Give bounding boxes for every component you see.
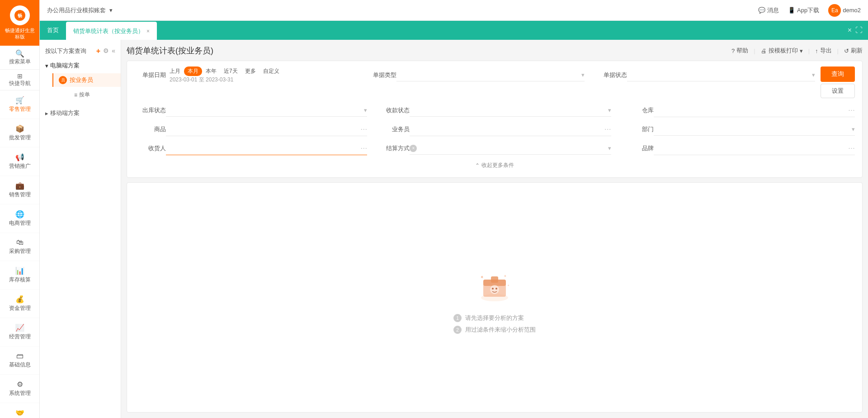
- consignee-input[interactable]: ···: [166, 142, 367, 155]
- product-input[interactable]: ···: [166, 123, 367, 136]
- date-opt-thisyear[interactable]: 本年: [202, 66, 220, 76]
- wholesale-icon: 📦: [2, 124, 38, 133]
- suite-dropdown[interactable]: ▾: [109, 7, 113, 14]
- collapse-filters-button[interactable]: ⌃ 收起更多条件: [134, 159, 855, 172]
- date-label: 单据日期: [134, 71, 166, 79]
- logo-text: 畅捷通好生意 标版: [5, 27, 35, 40]
- out-status-dropdown[interactable]: ▾: [166, 104, 367, 117]
- date-opt-lastmonth[interactable]: 上月: [166, 66, 184, 76]
- out-status-arrow: ▾: [364, 107, 367, 114]
- scheme-by-order[interactable]: ≡ 按单: [71, 89, 121, 101]
- message-button[interactable]: 💬 消息: [758, 6, 779, 14]
- user-menu[interactable]: Ea demo2: [828, 4, 861, 17]
- type-label: 单据类型: [365, 71, 396, 79]
- suite-title: 办公用品行业模拟账套: [47, 6, 106, 14]
- type-filter-item: 单据类型 ▾: [365, 69, 585, 81]
- search-label: 搜索菜单: [0, 58, 39, 66]
- date-opt-more[interactable]: 更多: [241, 66, 259, 76]
- salesperson-item: 业务员 ···: [378, 123, 611, 136]
- filter-row4: 收货人 ··· 结算方式 × ▾ 品牌: [134, 142, 855, 155]
- sidebar-search[interactable]: 🔍 搜索菜单: [0, 46, 39, 70]
- date-opt-last7days[interactable]: 近7天: [220, 66, 241, 76]
- left-panel-header: 按以下方案查询 + ⚙ «: [40, 44, 121, 58]
- logo-icon: 畅: [10, 5, 30, 25]
- warehouse-item: 仓库 ···: [622, 104, 855, 117]
- product-dots[interactable]: ···: [360, 124, 367, 134]
- operations-label: 经营管理: [2, 333, 38, 341]
- order-icon: ≡: [74, 92, 77, 98]
- sidebar-logo[interactable]: 畅 畅捷通好生意 标版: [0, 0, 39, 46]
- app-download-button[interactable]: 📱 App下载: [788, 6, 819, 14]
- top-header: 办公用品行业模拟账套 ▾ 💬 消息 📱 App下载 Ea demo2: [40, 0, 868, 21]
- scheme-by-salesperson[interactable]: 员 按业务员: [52, 73, 121, 87]
- salesperson-input[interactable]: ···: [410, 123, 611, 136]
- sidebar-item-retail[interactable]: 🛒 零售管理: [0, 90, 39, 119]
- settings-button[interactable]: 设置: [821, 84, 855, 98]
- desktop-section: ▾ 电脑端方案 员 按业务员 ≡ 按单: [40, 58, 121, 106]
- help-button[interactable]: ? 帮助: [731, 47, 748, 55]
- sidebar-item-procurement[interactable]: 🛍 采购管理: [0, 233, 39, 261]
- date-opt-thismonth[interactable]: 本月: [184, 66, 202, 76]
- desktop-section-title[interactable]: ▾ 电脑端方案: [40, 60, 121, 71]
- department-label: 部门: [622, 125, 654, 133]
- chevron-down-icon: ▾: [109, 7, 113, 14]
- status-filter-dropdown[interactable]: ▾: [627, 69, 815, 81]
- svg-text:✦: ✦: [504, 274, 507, 278]
- consignee-dots[interactable]: ···: [360, 143, 367, 153]
- sidebar-item-sales[interactable]: 💼 销售管理: [0, 176, 39, 204]
- sidebar-item-enterprise[interactable]: 🤝 企业协同: [0, 403, 39, 418]
- window-expand-button[interactable]: ⛶: [855, 26, 863, 34]
- salesperson-scheme-label: 按业务员: [70, 76, 93, 84]
- tab-close-icon[interactable]: ×: [146, 28, 150, 34]
- date-range-display: 2023-03-01 至 2023-03-31: [170, 76, 354, 84]
- left-panel-title: 按以下方案查询: [45, 47, 86, 55]
- window-close-button[interactable]: ×: [848, 26, 852, 34]
- sidebar-item-operations[interactable]: 📈 经营管理: [0, 318, 39, 347]
- type-filter-dropdown[interactable]: ▾: [396, 69, 585, 81]
- settlement-dropdown[interactable]: × ▾: [410, 142, 611, 155]
- mobile-section[interactable]: ▸ 移动端方案: [40, 106, 121, 120]
- tab-active[interactable]: 销货单统计表（按业务员） ×: [66, 22, 157, 41]
- warehouse-input[interactable]: ···: [654, 104, 855, 117]
- salesperson-dots[interactable]: ···: [604, 124, 611, 134]
- collection-dropdown[interactable]: ▾: [410, 104, 611, 117]
- empty-step1: 1 请先选择要分析的方案: [453, 314, 536, 322]
- tab-home[interactable]: 首页: [40, 21, 66, 40]
- sidebar-item-finance[interactable]: 💰 资金管理: [0, 290, 39, 318]
- sidebar-item-ecommerce[interactable]: 🌐 电商管理: [0, 204, 39, 233]
- export-button[interactable]: ↑ 导出: [815, 47, 832, 55]
- operations-icon: 📈: [2, 323, 38, 332]
- department-dropdown[interactable]: ▾: [654, 123, 855, 136]
- sidebar-item-system[interactable]: ⚙ 系统管理: [0, 375, 39, 403]
- svg-text:畅: 畅: [18, 13, 22, 18]
- date-opt-custom[interactable]: 自定义: [259, 66, 283, 76]
- settlement-label: 结算方式: [378, 144, 410, 152]
- brand-dots[interactable]: ···: [848, 143, 855, 153]
- divider1: |: [754, 48, 755, 54]
- out-status-label: 出库状态: [134, 106, 166, 114]
- scheme-settings-icon[interactable]: ⚙: [103, 47, 109, 55]
- query-button[interactable]: 查询: [821, 66, 855, 82]
- wholesale-label: 批发管理: [2, 134, 38, 142]
- filter-row2: 出库状态 ▾ 收款状态 ▾ 仓库: [134, 104, 855, 117]
- step1-num: 1: [453, 314, 462, 322]
- filter-row3: 商品 ··· 业务员 ··· 部门: [134, 123, 855, 136]
- brand-input[interactable]: ···: [654, 142, 855, 155]
- collapse-panel-icon[interactable]: «: [112, 47, 115, 55]
- sidebar-item-inventory[interactable]: 📊 库存核算: [0, 261, 39, 290]
- procurement-icon: 🛍: [2, 238, 38, 247]
- right-content: 销货单统计表(按业务员) ? 帮助 | 🖨 按模板打印 ▾ | ↑: [121, 40, 868, 418]
- refresh-button[interactable]: ↺ 刷新: [844, 47, 863, 55]
- sidebar-item-wholesale[interactable]: 📦 批发管理: [0, 119, 39, 147]
- divider2: |: [808, 48, 810, 54]
- template-print-button[interactable]: 🖨 按模板打印 ▾: [761, 47, 803, 55]
- settlement-clear-button[interactable]: ×: [410, 145, 417, 152]
- sidebar-quick-nav[interactable]: ⊞ 快捷导航: [0, 70, 39, 90]
- print-dropdown-arrow: ▾: [800, 48, 803, 54]
- user-name: demo2: [843, 7, 861, 14]
- message-icon: 💬: [758, 7, 765, 14]
- sidebar-item-basics[interactable]: 🗃 基础信息: [0, 347, 39, 375]
- sidebar-item-marketing[interactable]: 📢 营销推广: [0, 147, 39, 176]
- warehouse-dots[interactable]: ···: [848, 105, 855, 115]
- add-scheme-button[interactable]: +: [96, 47, 100, 55]
